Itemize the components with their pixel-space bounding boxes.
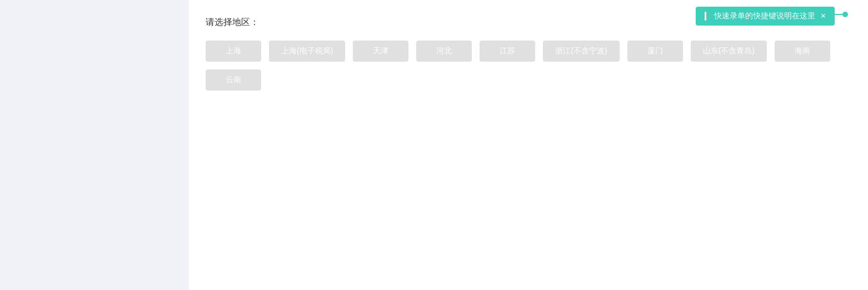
main-content: 请选择地区： 上海上海(电子税局)天津河北江苏浙江(不含宁波)厦门山东(不含青岛… bbox=[189, 0, 868, 290]
region-button-shanghai-etax[interactable]: 上海(电子税局) bbox=[269, 41, 345, 62]
region-button-yunnan[interactable]: 云南 bbox=[206, 69, 261, 91]
tooltip-text: 快速录单的快捷键说明在这里 bbox=[714, 11, 815, 21]
tooltip-bar bbox=[705, 12, 706, 21]
region-buttons-container: 上海上海(电子税局)天津河北江苏浙江(不含宁波)厦门山东(不含青岛)海南云南 bbox=[206, 41, 851, 91]
region-button-zhejiang[interactable]: 浙江(不含宁波) bbox=[543, 41, 619, 62]
region-button-shanghai[interactable]: 上海 bbox=[206, 41, 261, 62]
tooltip-connector-dot bbox=[842, 12, 848, 17]
region-button-shandong[interactable]: 山东(不含青岛) bbox=[691, 41, 767, 62]
tooltip-close-button[interactable]: × bbox=[821, 12, 826, 21]
region-button-xiamen[interactable]: 厦门 bbox=[627, 41, 683, 62]
region-button-hainan[interactable]: 海南 bbox=[775, 41, 830, 62]
region-button-hebei[interactable]: 河北 bbox=[416, 41, 472, 62]
region-button-tianjin[interactable]: 天津 bbox=[353, 41, 408, 62]
region-button-jiangsu[interactable]: 江苏 bbox=[480, 41, 535, 62]
tooltip-connector-line bbox=[835, 14, 842, 15]
left-sidebar bbox=[0, 0, 189, 290]
tooltip-banner: 快速录单的快捷键说明在这里 × bbox=[696, 7, 835, 26]
